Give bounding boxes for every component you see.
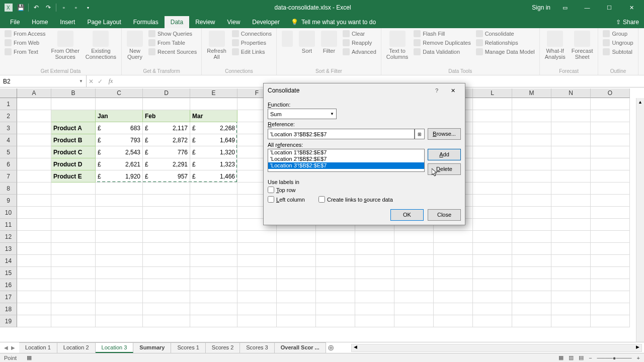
enter-formula-icon[interactable]: ✓	[96, 78, 105, 85]
cell[interactable]	[551, 279, 591, 291]
cell[interactable]: £776	[143, 146, 190, 158]
horizontal-scrollbar[interactable]: ◀ ▶	[351, 344, 642, 352]
cell[interactable]	[17, 146, 51, 158]
row-header[interactable]: 7	[0, 170, 17, 183]
cell[interactable]	[17, 170, 51, 183]
cell[interactable]	[512, 170, 551, 183]
cell[interactable]	[512, 315, 551, 327]
tell-me-search[interactable]: 💡Tell me what you want to do	[286, 16, 381, 28]
cell[interactable]	[473, 98, 512, 110]
cell[interactable]: £2,543	[96, 146, 143, 158]
cell[interactable]	[143, 255, 190, 267]
cell[interactable]	[355, 231, 394, 243]
cell[interactable]	[551, 122, 591, 134]
sheet-tab[interactable]: Scores 2	[206, 342, 240, 353]
cell[interactable]	[96, 183, 143, 195]
sort-az-button[interactable]	[280, 30, 295, 67]
cell[interactable]	[17, 122, 51, 134]
cell[interactable]	[190, 291, 237, 303]
sheet-tab[interactable]: Scores 1	[171, 342, 205, 353]
cell[interactable]	[143, 303, 190, 315]
cell[interactable]	[591, 207, 630, 219]
sheet-tab[interactable]: Location 1	[19, 342, 57, 353]
column-header[interactable]: A	[17, 88, 51, 98]
cell[interactable]	[51, 255, 96, 267]
cell[interactable]	[237, 279, 277, 291]
cell[interactable]	[51, 267, 96, 279]
cell[interactable]	[190, 195, 237, 207]
cell[interactable]	[473, 134, 512, 146]
cell[interactable]: Product D	[51, 158, 96, 170]
sign-in-link[interactable]: Sign in	[532, 4, 550, 11]
cell[interactable]	[51, 110, 96, 122]
cell[interactable]	[473, 279, 512, 291]
save-icon[interactable]: 💾	[15, 2, 26, 13]
cell[interactable]	[51, 219, 96, 231]
row-header[interactable]: 15	[0, 267, 17, 279]
cell[interactable]	[17, 195, 51, 207]
cell[interactable]: Product E	[51, 170, 96, 183]
cell[interactable]: £683	[96, 122, 143, 134]
cell[interactable]	[17, 303, 51, 315]
cell[interactable]	[512, 231, 551, 243]
cancel-formula-icon[interactable]: ✕	[87, 78, 96, 85]
cell[interactable]	[237, 291, 277, 303]
cell[interactable]	[17, 207, 51, 219]
minimize-icon[interactable]: —	[580, 2, 595, 13]
cell[interactable]	[277, 291, 316, 303]
undo-icon[interactable]: ↶	[31, 2, 42, 13]
row-header[interactable]: 6	[0, 158, 17, 170]
ungroup-button[interactable]: Ungroup	[601, 39, 634, 47]
show-queries-button[interactable]: Show Queries	[147, 30, 198, 38]
cell[interactable]	[473, 122, 512, 134]
cell[interactable]	[512, 183, 551, 195]
cell[interactable]: £957	[143, 170, 190, 183]
cell[interactable]	[394, 255, 434, 267]
cell[interactable]	[512, 158, 551, 170]
cell[interactable]	[277, 255, 316, 267]
cell[interactable]	[190, 279, 237, 291]
cell[interactable]	[591, 267, 630, 279]
references-listbox[interactable]: 'Location 1'!$B$2:$E$7 'Location 2'!$B$2…	[268, 149, 425, 172]
cell[interactable]	[355, 267, 394, 279]
cell[interactable]: Feb	[143, 110, 190, 122]
tab-data[interactable]: Data	[165, 16, 189, 28]
cell[interactable]	[512, 98, 551, 110]
cell[interactable]	[512, 207, 551, 219]
cell[interactable]	[51, 183, 96, 195]
function-select[interactable]: Sum▼	[268, 109, 337, 119]
cell[interactable]	[591, 110, 630, 122]
cell[interactable]	[591, 243, 630, 255]
zoom-in-icon[interactable]: +	[637, 355, 640, 361]
cell[interactable]	[473, 255, 512, 267]
open-icon[interactable]: ▫	[70, 2, 82, 13]
cell[interactable]	[51, 195, 96, 207]
column-header[interactable]: O	[591, 88, 630, 98]
cell[interactable]	[551, 315, 591, 327]
cell[interactable]	[551, 267, 591, 279]
cell[interactable]	[51, 303, 96, 315]
cell[interactable]	[237, 243, 277, 255]
filter-button[interactable]: Filter	[319, 30, 339, 67]
cell[interactable]	[512, 122, 551, 134]
subtotal-button[interactable]: Subtotal	[601, 48, 634, 56]
text-to-columns-button[interactable]: Text toColumns	[384, 30, 410, 67]
cell[interactable]	[551, 110, 591, 122]
cell[interactable]	[512, 303, 551, 315]
column-header[interactable]: B	[51, 88, 96, 98]
cell[interactable]	[512, 146, 551, 158]
cell[interactable]	[316, 303, 355, 315]
connections-button[interactable]: Connections	[230, 30, 273, 38]
cell[interactable]	[434, 267, 473, 279]
cell[interactable]	[277, 231, 316, 243]
list-item[interactable]: 'Location 2'!$B$2:$E$7	[268, 156, 424, 162]
cell[interactable]	[17, 98, 51, 110]
cell[interactable]: £2,621	[96, 158, 143, 170]
sheet-nav-next-icon[interactable]: ▶	[11, 345, 15, 350]
cell[interactable]	[190, 183, 237, 195]
new-query-button[interactable]: NewQuery	[125, 30, 145, 67]
cell[interactable]	[143, 219, 190, 231]
zoom-out-icon[interactable]: −	[589, 355, 592, 361]
cell[interactable]: £1,320	[190, 146, 237, 158]
cell[interactable]	[143, 279, 190, 291]
